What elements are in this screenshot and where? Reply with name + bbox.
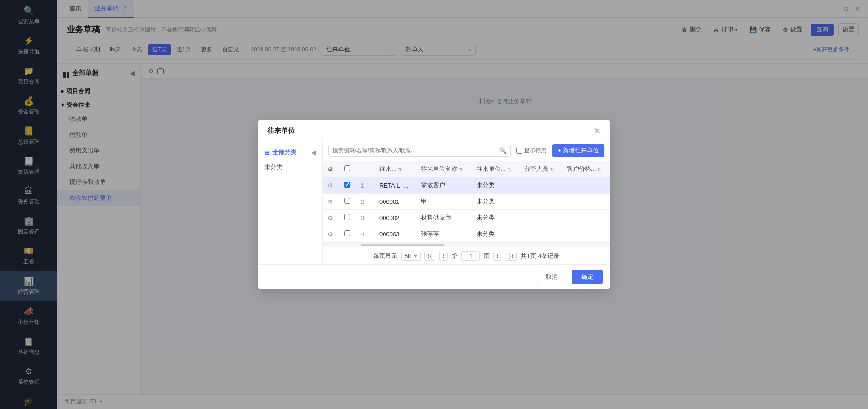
row-manager (520, 226, 562, 242)
page-word-label: 页 (484, 252, 490, 260)
col-header-name: 往来单位名称 ⇅ (416, 161, 472, 177)
row-settings[interactable]: ⚙ (323, 210, 340, 226)
sort-icon: ⇅ (398, 167, 402, 172)
row-code: 000003 (375, 226, 416, 242)
row-name: 零散客户 (416, 177, 472, 194)
row-num: 3 (356, 210, 375, 226)
sort-icon5: ⇅ (598, 167, 601, 172)
page-prev-btn[interactable]: ⟨ (439, 252, 448, 261)
row-settings[interactable]: ⚙ (323, 226, 340, 242)
dialog-toolbar: 🔍 显示停用 + 新增往来单位 (323, 140, 610, 161)
new-partner-button[interactable]: + 新增往来单位 (552, 144, 604, 157)
page-last-btn[interactable]: ⟩⟩ (506, 252, 517, 261)
row-check[interactable] (340, 210, 356, 226)
row-category: 未分类 (472, 210, 520, 226)
partner-search-box[interactable]: 🔍 (328, 145, 511, 157)
cancel-button[interactable]: 取消 (536, 270, 567, 284)
row-settings[interactable]: ⚙ (323, 177, 340, 194)
horizontal-scrollbar[interactable] (323, 242, 610, 247)
per-page-select[interactable]: 50 (401, 252, 421, 261)
row-name: 甲 (416, 194, 472, 210)
show-disabled-checkbox[interactable] (516, 148, 522, 154)
sort-icon3: ⇅ (508, 167, 511, 172)
row-name: 材料供应商 (416, 210, 472, 226)
page-first-btn[interactable]: ⟨⟨ (424, 252, 435, 261)
table-row[interactable]: ⚙ 4 000003 张萍萍 未分类 (323, 226, 610, 242)
partner-search-input[interactable] (333, 147, 497, 154)
total-label: 共1页,4条记录 (521, 252, 559, 260)
page-number-input[interactable] (461, 251, 480, 261)
row-manager (520, 177, 562, 194)
row-check[interactable] (340, 226, 356, 242)
row-price-level (562, 210, 610, 226)
table-row[interactable]: ⚙ 1 RETAIL_... 零散客户 未分类 (323, 177, 610, 194)
dialog-body: ⊞ 全部分类 ◀ 未分类 🔍 显示停 (258, 140, 610, 264)
row-code: 000001 (375, 194, 416, 210)
row-category: 未分类 (472, 177, 520, 194)
col-header-category: 往来单位... ⇅ (472, 161, 520, 177)
row-category: 未分类 (472, 226, 520, 242)
scroll-thumb[interactable] (361, 244, 444, 246)
dialog-cat-all[interactable]: ⊞ 全部分类 ◀ (258, 145, 322, 160)
dialog-header: 往来单位 ✕ (258, 120, 610, 140)
col-header-code: 往来... ⇅ (375, 161, 416, 177)
row-num: 2 (356, 194, 375, 210)
row-manager (520, 194, 562, 210)
pagination: 每页显示 50 ⟨⟨ ⟨ 第 页 ⟩ ⟩⟩ 共1页,4条记录 (323, 247, 610, 264)
modal-overlay[interactable]: 往来单位 ✕ ⊞ 全部分类 ◀ 未分类 (0, 0, 868, 409)
search-icon: 🔍 (499, 147, 507, 154)
dialog-category-panel: ⊞ 全部分类 ◀ 未分类 (258, 140, 323, 264)
page-next-btn[interactable]: ⟩ (493, 252, 502, 261)
dialog-title: 往来单位 (267, 126, 295, 135)
dialog-footer: 取消 确定 (258, 264, 610, 289)
row-price-level (562, 226, 610, 242)
dialog-cat-unclassified[interactable]: 未分类 (258, 160, 322, 175)
row-category: 未分类 (472, 194, 520, 210)
col-header-price: 客户价格... ⇅ (562, 161, 610, 177)
row-code: 000002 (375, 210, 416, 226)
table-header-row: ⚙ 往来... ⇅ 往来单位名称 ⇅ (323, 161, 610, 177)
col-header-settings: ⚙ (323, 161, 340, 177)
dialog-right-panel: 🔍 显示停用 + 新增往来单位 ⚙ (323, 140, 610, 264)
page-di-label: 第 (452, 252, 458, 260)
col-header-num (356, 161, 375, 177)
partner-dialog: 往来单位 ✕ ⊞ 全部分类 ◀ 未分类 (258, 120, 610, 289)
row-num: 4 (356, 226, 375, 242)
row-name: 张萍萍 (416, 226, 472, 242)
show-disabled-toggle[interactable]: 显示停用 (516, 147, 547, 155)
row-check[interactable] (340, 194, 356, 210)
sort-icon4: ⇅ (550, 167, 554, 172)
category-grid-icon: ⊞ (264, 149, 270, 156)
table-row[interactable]: ⚙ 2 000001 甲 未分类 (323, 194, 610, 210)
per-page-label: 每页显示 (373, 252, 397, 260)
table-row[interactable]: ⚙ 3 000002 材料供应商 未分类 (323, 210, 610, 226)
category-collapse-icon[interactable]: ◀ (311, 149, 316, 156)
confirm-button[interactable]: 确定 (572, 270, 603, 284)
row-code: RETAIL_... (375, 177, 416, 194)
row-settings[interactable]: ⚙ (323, 194, 340, 210)
dialog-select-all[interactable] (344, 165, 350, 171)
sort-icon2: ⇅ (459, 167, 463, 172)
col-header-check (340, 161, 356, 177)
row-num: 1 (356, 177, 375, 194)
row-check[interactable] (340, 177, 356, 194)
row-price-level (562, 194, 610, 210)
dialog-table: ⚙ 往来... ⇅ 往来单位名称 ⇅ (323, 161, 610, 242)
row-manager (520, 210, 562, 226)
col-header-manager: 分管人员 ⇅ (520, 161, 562, 177)
row-price-level (562, 177, 610, 194)
dialog-close-button[interactable]: ✕ (594, 127, 601, 135)
